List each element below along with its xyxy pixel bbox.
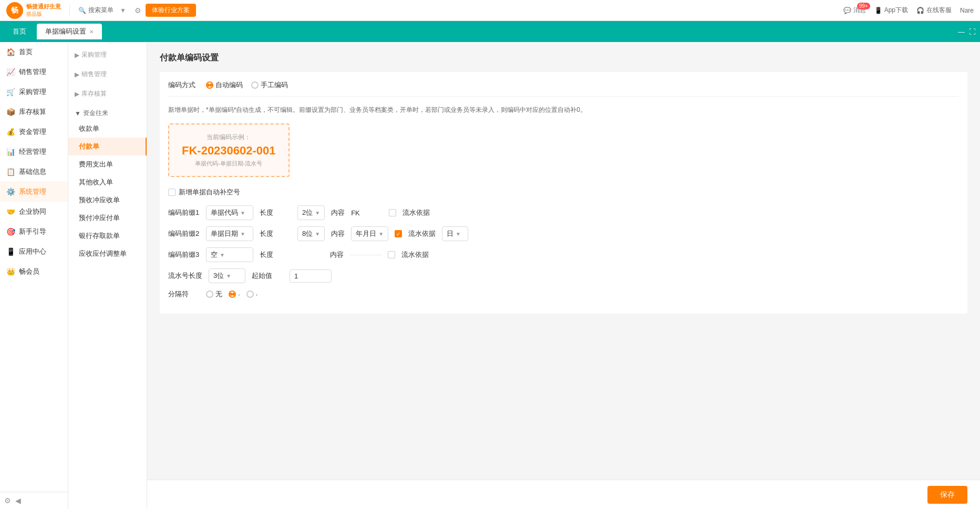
radio-manual-encode[interactable]: 手工编码 [251,80,288,90]
prefix1-label: 编码前缀1 [168,208,200,217]
service-icon: 🎧 [916,7,924,14]
divider [69,5,70,16]
sep-dash-radio[interactable]: · [246,290,258,298]
serial-checkbox-2[interactable]: ✓ [395,230,402,237]
sep-dot-label: · [238,290,240,298]
prefix3-select[interactable]: 空 ▼ [206,247,253,262]
encode-type-row: 编码方式 自动编码 手工编码 [168,80,959,97]
length2-chevron-icon: ▼ [315,231,320,237]
brand: 畅 畅捷通好生意 搭品版 [6,2,61,19]
search-menu-button[interactable]: 🔍 搜索菜单 [78,6,114,15]
sub-group-sales: ▶ 销售管理 [68,66,147,83]
tab-expand-icon[interactable]: ⛶ [969,28,976,36]
auto-fill-label: 新增单据自动补空号 [179,188,240,197]
serial-label-2: 流水依据 [408,229,436,238]
settings-icon[interactable]: ⚙ [135,6,141,15]
sub-group-capital-title[interactable]: ▼ 资金往来 [68,105,147,120]
inventory-icon: 📦 [6,108,15,116]
length1-select[interactable]: 2位 ▼ [297,205,325,220]
tab-home[interactable]: 首页 [4,24,35,39]
sub-item-other-income[interactable]: 其他收入单 [68,173,147,191]
app-download-button[interactable]: 📱 App下载 [874,6,908,15]
brand-text: 畅捷通好生意 搭品版 [26,3,61,18]
tab-encoding-settings[interactable]: 单据编码设置 ✕ [37,24,102,39]
sidebar-label: 销售管理 [19,67,46,77]
search-label: 搜索菜单 [88,6,114,15]
length2-value: 8位 [302,229,313,238]
topbar-right: 💬 消息 99+ 📱 App下载 🎧 在线客服 Nare [843,6,974,15]
radio-group-encode: 自动编码 手工编码 [206,80,288,90]
sidebar-item-sales[interactable]: 📈 销售管理 [0,62,68,82]
serial-label-3: 流水依据 [401,250,429,259]
save-button[interactable]: 保存 [927,486,967,504]
online-service-button[interactable]: 🎧 在线客服 [916,6,952,15]
sidebar-label: 基础信息 [19,167,46,176]
sep-dot-radio[interactable]: · [229,290,240,298]
sub-item-bank-deposit[interactable]: 银行存取款单 [68,227,147,245]
sub-item-expense[interactable]: 费用支出单 [68,155,147,173]
tab-home-label: 首页 [13,27,26,36]
content2-label: 内容 [331,229,345,238]
prefix2-select[interactable]: 单据日期 ▼ [206,226,253,241]
serial-checkbox-3[interactable] [388,251,395,258]
content2-select-value: 年月日 [356,229,376,238]
sub-item-payment[interactable]: 付款单 [68,138,147,155]
sidebar-label: 资金管理 [19,127,46,137]
length2-select[interactable]: 8位 ▼ [297,226,325,241]
day-select[interactable]: 日 ▼ [442,226,468,241]
chevron-right-icon: ▶ [75,71,79,78]
message-badge: 99+ [857,3,870,9]
radio-auto-encode[interactable]: 自动编码 [206,80,243,90]
try-industry-button[interactable]: 体验行业方案 [146,4,196,17]
sidebar-bottom: ⚙ ◀ [0,492,68,509]
chevron-right-icon: ▶ [75,51,79,59]
sub-group-purchase-title[interactable]: ▶ 采购管理 [68,46,147,64]
tab-close-icon[interactable]: ✕ [89,29,94,35]
sidebar-item-system[interactable]: ⚙️ 系统管理 [0,182,68,202]
sep-none-radio[interactable]: 无 [206,289,222,299]
sidebar-item-finance[interactable]: 💰 资金管理 [0,122,68,142]
sub-group-label: 采购管理 [81,50,107,59]
sidebar-item-basic-info[interactable]: 📋 基础信息 [0,162,68,182]
brand-icon: 畅 [6,2,23,19]
sidebar-collapse-icon[interactable]: ◀ [15,496,21,505]
sidebar-item-purchase[interactable]: 🛒 采购管理 [0,82,68,102]
dropdown-arrow-icon: ▼ [120,7,126,14]
prefix1-select[interactable]: 单据代码 ▼ [206,205,253,220]
auto-fill-checkbox[interactable] [168,189,176,196]
sidebar-item-member[interactable]: 👑 畅会员 [0,262,68,282]
info-text: 新增单据时，*单据编码*自动生成，不可编辑。前缀设置为部门、业务员等档案类，开单… [168,105,959,115]
sidebar-label: 新手引导 [19,227,46,236]
sep-dash-label: · [256,290,258,298]
serial-length-select[interactable]: 3位 ▼ [209,268,245,283]
serial-checkbox-1[interactable] [389,209,396,216]
message-button[interactable]: 💬 消息 99+ [843,6,866,15]
content2-chevron-icon: ▼ [378,231,384,237]
user-avatar[interactable]: Nare [960,7,974,14]
sub-item-ap-adjust[interactable]: 应收应付调整单 [68,245,147,263]
sub-group-sales-title[interactable]: ▶ 销售管理 [68,66,147,83]
sub-item-prepaid-pay[interactable]: 预付冲应付单 [68,209,147,227]
sub-group-label: 销售管理 [81,70,107,79]
sidebar-item-app-center[interactable]: 📱 应用中心 [0,242,68,262]
separator-row: 分隔符 无 · · [168,289,959,299]
sub-group-inventory-title[interactable]: ▶ 库存核算 [68,85,147,102]
sidebar-item-enterprise[interactable]: 🤝 企业协同 [0,202,68,222]
serial-length-value: 3位 [213,271,224,281]
sidebar-item-operations[interactable]: 📊 经营管理 [0,142,68,162]
operations-icon: 📊 [6,148,15,156]
sub-item-prepaid-recv[interactable]: 预收冲应收单 [68,191,147,209]
tab-minimize-icon[interactable]: — [958,28,965,36]
sidebar-label: 经营管理 [19,147,46,157]
sidebar-item-home[interactable]: 🏠 首页 [0,42,68,62]
sidebar-item-guide[interactable]: 🎯 新手引导 [0,222,68,242]
prefix-row-1: 编码前缀1 单据代码 ▼ 长度 2位 ▼ 内容 FK 流水依据 [168,205,959,220]
sidebar-settings-icon[interactable]: ⚙ [4,496,11,505]
search-icon: 🔍 [78,7,86,14]
length2-label: 长度 [260,229,291,238]
content2-select[interactable]: 年月日 ▼ [351,226,388,241]
topbar: 畅 畅捷通好生意 搭品版 🔍 搜索菜单 ▼ ⚙ 体验行业方案 💬 消息 99+ … [0,0,980,21]
sidebar-item-inventory[interactable]: 📦 库存核算 [0,102,68,122]
start-value-input[interactable] [290,269,332,283]
sub-item-receipt[interactable]: 收款单 [68,120,147,138]
